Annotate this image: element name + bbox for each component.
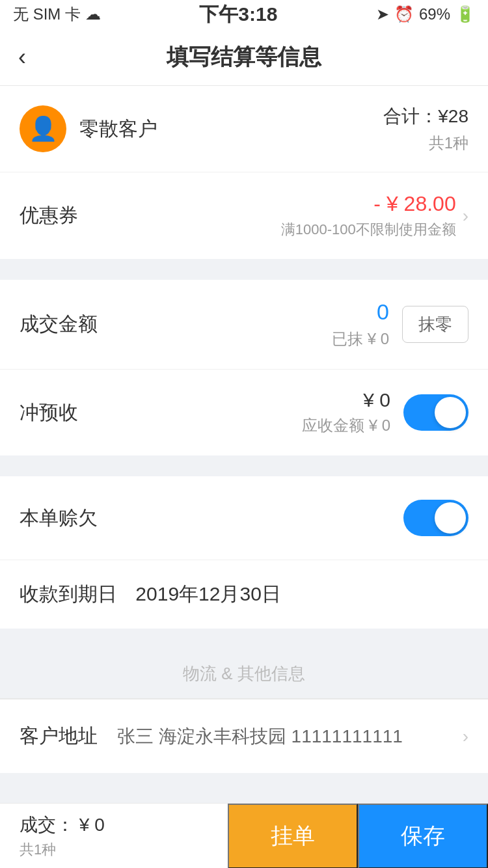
location-icon: ➤ [376,5,389,23]
deal-amount-right: 已抹 ¥ 0 抹零 [332,299,468,349]
bottom-deal-value: ¥ 0 [79,815,105,835]
toggle-knob [435,397,466,428]
prepayment-sub: 应收金额 ¥ 0 [302,415,390,436]
status-left: 无 SIM 卡 ☁ [13,4,101,25]
bottom-count: 共1种 [20,840,208,860]
prepayment-toggle[interactable] [403,394,468,431]
debt-label: 本单赊欠 [20,505,98,532]
prepayment-right: ¥ 0 应收金额 ¥ 0 [302,389,468,436]
battery-icon: 🔋 [455,5,475,23]
coupon-amount: - ¥ 28.00 [281,192,456,216]
back-button[interactable]: ‹ [18,44,26,71]
bottom-deal-label: 成交： [20,815,74,835]
address-row[interactable]: 客户地址 张三 海淀永丰科技园 11111111111 › [0,699,488,773]
person-icon: 👤 [29,115,58,142]
debt-row: 本单赊欠 [0,476,488,560]
prepayment-label: 冲预收 [20,400,98,426]
debt-toggle-knob [435,502,466,534]
debt-section: 本单赊欠 收款到期日 2019年12月30日 [0,476,488,629]
logistics-label: 物流 & 其他信息 [183,662,305,685]
status-time: 下午3:18 [199,1,277,28]
address-value: 张三 海淀永丰科技园 11111111111 [117,724,463,749]
bottom-summary: 成交： ¥ 0 共1种 [0,813,228,860]
customer-count: 共1种 [383,133,468,154]
divider-1 [0,269,488,280]
customer-info: 👤 零散客户 [20,105,157,152]
save-button[interactable]: 保存 [358,804,488,869]
coupon-desc: 满1000-100不限制使用金额 [281,220,456,239]
address-chevron-icon: › [463,726,468,747]
divider-2 [0,466,488,476]
coupon-row[interactable]: 优惠券 - ¥ 28.00 满1000-100不限制使用金额 › [0,172,488,259]
customer-section: 👤 零散客户 合计：¥28 共1种 优惠券 - ¥ 28.00 满1000-10… [0,86,488,259]
bottom-bar: 成交： ¥ 0 共1种 挂单 保存 [0,803,488,868]
deal-amount-label: 成交金额 [20,311,98,338]
alarm-icon: ⏰ [394,5,414,23]
deal-amount-sub: 已抹 ¥ 0 [332,329,389,349]
page-title: 填写结算等信息 [167,42,321,72]
nav-bar: ‹ 填写结算等信息 [0,29,488,86]
deal-section: 成交金额 已抹 ¥ 0 抹零 冲预收 ¥ 0 应收金额 ¥ 0 [0,280,488,455]
address-key: 客户地址 [20,723,98,750]
coupon-chevron-icon: › [463,206,468,226]
logistics-divider: 物流 & 其他信息 [0,649,488,698]
pending-button[interactable]: 挂单 [228,804,358,869]
duedate-label: 收款到期日 [20,583,117,604]
status-right: ➤ ⏰ 69% 🔋 [376,5,475,23]
deal-amount-row: 成交金额 已抹 ¥ 0 抹零 [0,280,488,370]
duedate-row[interactable]: 收款到期日 2019年12月30日 [0,560,488,629]
deal-amount-input[interactable] [337,299,389,325]
coupon-label: 优惠券 [20,202,78,229]
bottom-deal: 成交： ¥ 0 [20,813,208,837]
prepayment-inner: 冲预收 ¥ 0 应收金额 ¥ 0 [20,389,468,436]
battery-level: 69% [419,5,450,23]
customer-total: 合计：¥28 [383,104,468,129]
customer-row[interactable]: 👤 零散客户 合计：¥28 共1种 [0,86,488,172]
round-zero-button[interactable]: 抹零 [402,306,468,343]
avatar: 👤 [20,105,66,152]
debt-toggle[interactable] [403,500,468,536]
address-section: 客户地址 张三 海淀永丰科技园 11111111111 › [0,699,488,773]
sim-status: 无 SIM 卡 ☁ [13,4,101,25]
coupon-right: - ¥ 28.00 满1000-100不限制使用金额 › [281,192,468,239]
customer-name: 零散客户 [79,116,157,142]
divider-3 [0,639,488,649]
duedate-text: 收款到期日 2019年12月30日 [20,583,281,604]
customer-summary: 合计：¥28 共1种 [383,104,468,154]
prepayment-amounts: ¥ 0 应收金额 ¥ 0 [302,389,390,436]
deal-amount-col: 已抹 ¥ 0 [332,299,389,349]
duedate-value: 2019年12月30日 [135,583,280,604]
coupon-value-col: - ¥ 28.00 满1000-100不限制使用金额 [281,192,456,239]
prepayment-row: 冲预收 ¥ 0 应收金额 ¥ 0 [0,370,488,455]
status-bar: 无 SIM 卡 ☁ 下午3:18 ➤ ⏰ 69% 🔋 [0,0,488,29]
prepayment-main: ¥ 0 [302,389,390,411]
